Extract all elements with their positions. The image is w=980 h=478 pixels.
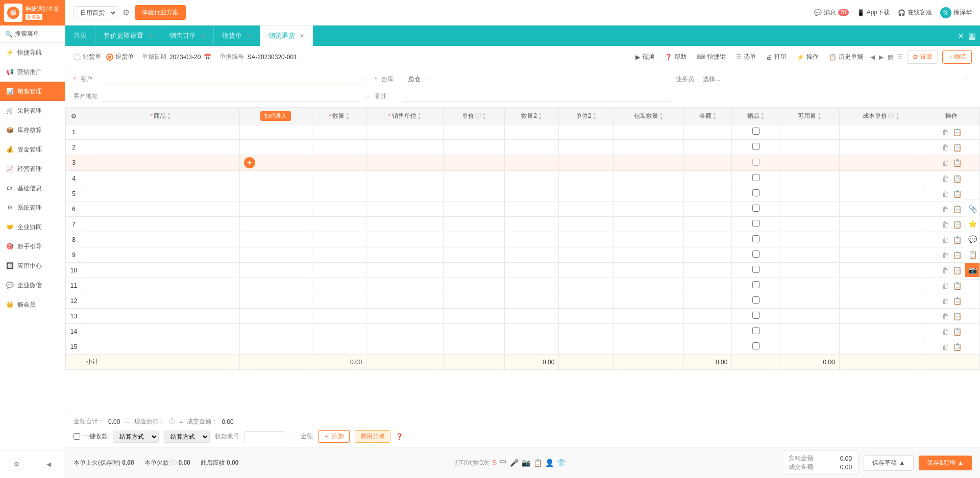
- copy-row-btn[interactable]: 📋: [952, 204, 963, 214]
- unit-price-cell[interactable]: [444, 186, 505, 202]
- sidebar-item-purchase[interactable]: 🛒 采购管理: [0, 101, 65, 120]
- quantity-cell[interactable]: [312, 324, 366, 339]
- delete-row-btn[interactable]: 🗑: [941, 219, 950, 230]
- product-cell[interactable]: [82, 278, 240, 293]
- amount-cell[interactable]: [684, 202, 732, 217]
- available-cell[interactable]: [780, 171, 839, 186]
- gift-checkbox[interactable]: [752, 128, 760, 135]
- sales-unit-cell[interactable]: [366, 293, 444, 309]
- quantity2-cell[interactable]: [505, 124, 559, 140]
- operation-btn[interactable]: ⚡ 操作: [794, 52, 822, 62]
- quantity-cell[interactable]: [312, 186, 366, 202]
- available-cell[interactable]: [780, 324, 839, 339]
- online-service-btn[interactable]: 🎧 在线客服: [898, 8, 932, 17]
- sidebar-item-shortcut[interactable]: ⚡ 快捷导航: [0, 43, 65, 62]
- unit2-cell[interactable]: [559, 124, 613, 140]
- sidebar-item-system[interactable]: ⚙ 系统管理: [0, 198, 65, 217]
- quantity-cell[interactable]: [312, 124, 366, 140]
- nav-next-icon[interactable]: ▶: [879, 54, 884, 61]
- delete-row-btn[interactable]: 🗑: [941, 326, 950, 337]
- message-btn[interactable]: 💬 消息 70: [814, 8, 849, 17]
- history-btn[interactable]: 📋 历史单据: [826, 52, 866, 62]
- sidebar-collapse-btn[interactable]: ◀: [41, 457, 56, 472]
- product-input[interactable]: [86, 159, 235, 166]
- pack-qty-cell[interactable]: [613, 278, 683, 293]
- amount-cell[interactable]: [684, 247, 732, 263]
- add-logistics-btn[interactable]: ＋物流: [942, 50, 972, 64]
- pack-qty-cell[interactable]: [613, 293, 683, 309]
- amount-cell[interactable]: [684, 186, 732, 202]
- amount-cell[interactable]: [684, 263, 732, 278]
- sales-unit-cell[interactable]: [366, 186, 444, 202]
- pack-qty-cell[interactable]: [613, 186, 683, 202]
- cost-price-cell[interactable]: [839, 324, 923, 339]
- pack-qty-cell[interactable]: [613, 232, 683, 247]
- sidebar-item-sales[interactable]: 📊 销售管理: [0, 82, 65, 101]
- copy-row-btn[interactable]: 📋: [952, 296, 963, 306]
- sidebar-item-vip[interactable]: 👑 畅会员: [0, 295, 65, 314]
- cost-price-cell[interactable]: [839, 124, 923, 140]
- sales-unit-cell[interactable]: [366, 278, 444, 293]
- pack-qty-cell[interactable]: [613, 140, 683, 155]
- gift-checkbox[interactable]: [752, 189, 760, 196]
- quantity2-cell[interactable]: [505, 171, 559, 186]
- copy-row-btn[interactable]: 📋: [952, 158, 963, 168]
- quantity-cell[interactable]: [312, 217, 366, 232]
- gift-checkbox[interactable]: [752, 296, 760, 304]
- amount-cell[interactable]: [684, 217, 732, 232]
- pack-qty-cell[interactable]: [613, 155, 683, 171]
- app-download-btn[interactable]: 📱 App下载: [857, 8, 890, 17]
- gift-checkbox[interactable]: [752, 312, 760, 319]
- industry-selector[interactable]: 日用百货: [74, 6, 117, 19]
- sidebar-settings-btn[interactable]: ⚙: [9, 457, 24, 472]
- save-draft-btn[interactable]: 保存草稿 ▲: [864, 455, 914, 471]
- right-panel-btn-5[interactable]: 📷: [965, 263, 979, 277]
- amount-cell[interactable]: [684, 155, 732, 171]
- unit-price-cell[interactable]: [444, 247, 505, 263]
- copy-row-btn[interactable]: 📋: [952, 326, 963, 337]
- copy-row-btn[interactable]: 📋: [952, 342, 963, 352]
- unit-price-cell[interactable]: [444, 171, 505, 186]
- product-cell[interactable]: [82, 155, 240, 171]
- search-menu[interactable]: 🔍 搜索菜单: [0, 26, 65, 43]
- available-cell[interactable]: [780, 263, 839, 278]
- account-dots-icon[interactable]: ···: [290, 433, 296, 440]
- quantity2-cell[interactable]: [505, 217, 559, 232]
- quantity2-cell[interactable]: [505, 155, 559, 171]
- quantity-cell[interactable]: [312, 247, 366, 263]
- sidebar-item-operation[interactable]: 📈 经营管理: [0, 159, 65, 179]
- gift-checkbox[interactable]: [752, 220, 760, 227]
- quantity2-cell[interactable]: [505, 202, 559, 217]
- unit2-cell[interactable]: [559, 217, 613, 232]
- unit-price-cell[interactable]: [444, 309, 505, 324]
- unit2-cell[interactable]: [559, 309, 613, 324]
- account-input[interactable]: [244, 431, 285, 442]
- unit2-cell[interactable]: [559, 324, 613, 339]
- pack-qty-cell[interactable]: [613, 247, 683, 263]
- cost-price-cell[interactable]: [839, 202, 923, 217]
- amount-cell[interactable]: [684, 232, 732, 247]
- sales-unit-cell[interactable]: [366, 339, 444, 355]
- delete-row-btn[interactable]: 🗑: [941, 189, 950, 199]
- quantity-cell[interactable]: [312, 232, 366, 247]
- product-cell[interactable]: [82, 324, 240, 339]
- available-cell[interactable]: [780, 309, 839, 324]
- pack-qty-cell[interactable]: [613, 217, 683, 232]
- sales-unit-cell[interactable]: [366, 217, 444, 232]
- product-cell[interactable]: [82, 124, 240, 140]
- customer-dots-icon[interactable]: ···: [364, 76, 370, 83]
- sales-unit-cell[interactable]: [366, 309, 444, 324]
- available-cell[interactable]: [780, 293, 839, 309]
- pack-qty-cell[interactable]: [613, 124, 683, 140]
- cost-price-cell[interactable]: [839, 339, 923, 355]
- quantity-cell[interactable]: [312, 339, 366, 355]
- tab-close-icon[interactable]: ×: [149, 32, 153, 39]
- address-dots-icon[interactable]: ···: [364, 93, 370, 100]
- quantity-cell[interactable]: [312, 278, 366, 293]
- trial-btn[interactable]: 体验行业方案: [135, 5, 186, 20]
- cost-price-cell[interactable]: [839, 140, 923, 155]
- quantity2-cell[interactable]: [505, 232, 559, 247]
- delete-row-btn[interactable]: 🗑: [941, 235, 950, 245]
- gift-checkbox[interactable]: [752, 159, 760, 166]
- unit-price-cell[interactable]: [444, 217, 505, 232]
